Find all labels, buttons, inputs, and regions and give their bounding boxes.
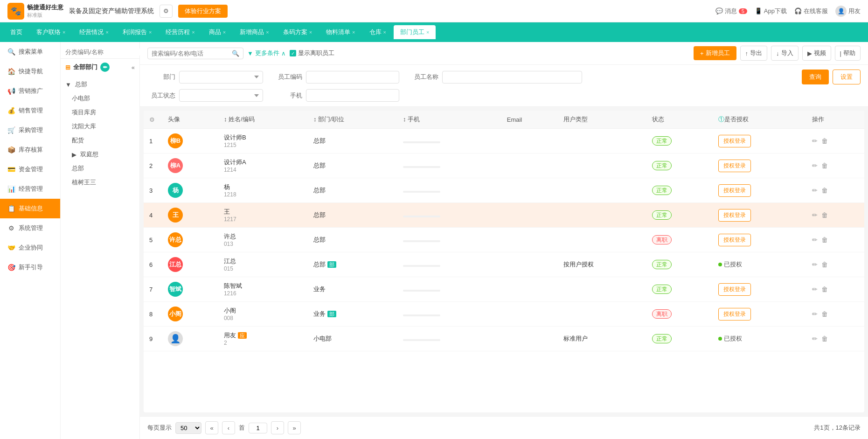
sidebar-item-quicknav[interactable]: 🏠 快捷导航 (0, 62, 60, 81)
page-size-select[interactable]: 50 100 200 (175, 422, 201, 434)
edit-icon[interactable]: ✏ (812, 187, 818, 194)
sidebar-item-collab[interactable]: 🤝 企业协同 (0, 238, 60, 258)
sidebar-item-management[interactable]: 📊 经营管理 (0, 179, 60, 199)
edit-icon[interactable]: ✏ (812, 335, 818, 342)
close-icon[interactable]: × (352, 29, 355, 35)
next-page-btn[interactable]: › (271, 421, 284, 434)
dept-node-xiaodian[interactable]: 小电部 (61, 91, 139, 105)
phone-input[interactable] (306, 89, 399, 102)
first-page-btn[interactable]: « (205, 421, 218, 434)
auth-login-btn[interactable]: 授权登录 (718, 135, 751, 147)
tab-warehouse[interactable]: 仓库× (363, 25, 393, 39)
close-icon[interactable]: × (266, 29, 269, 35)
dept-select[interactable] (179, 71, 263, 84)
tab-employees[interactable]: 部门员工× (394, 25, 436, 39)
delete-icon[interactable]: 🗑 (821, 187, 828, 194)
dept-collapse-icon[interactable]: « (132, 64, 135, 71)
last-page-btn[interactable]: » (288, 421, 301, 434)
emp-name-input[interactable] (442, 71, 582, 84)
dept-node-project[interactable]: 项目库房 (61, 105, 139, 119)
view-button[interactable]: ▶ 视频 (802, 46, 831, 61)
query-button[interactable]: 查询 (802, 70, 829, 84)
search-input[interactable] (152, 50, 230, 57)
dept-node-shuangtingxiang[interactable]: ▶ 双庭想 (61, 147, 139, 161)
online-service-action[interactable]: 🎧 在线客服 (794, 7, 828, 15)
sidebar-item-purchase[interactable]: 🛒 采购管理 (0, 120, 60, 140)
close-icon[interactable]: × (105, 29, 108, 35)
dept-node-zhishuwang[interactable]: 植树王三 (61, 175, 139, 189)
auth-login-btn[interactable]: 授权登录 (718, 184, 751, 197)
col-phone[interactable]: ↕ 手机 (397, 111, 501, 129)
dept-node-peihuo[interactable]: 配货 (61, 133, 139, 147)
delete-icon[interactable]: 🗑 (821, 162, 828, 169)
show-resigned-toggle[interactable]: ✓ 显示离职员工 (290, 49, 334, 57)
close-icon[interactable]: × (192, 29, 194, 35)
tab-operation[interactable]: 经营情况× (73, 25, 115, 39)
dept-search-input[interactable] (65, 49, 144, 56)
emp-status-select[interactable] (179, 89, 263, 102)
prev-page-btn[interactable]: ‹ (222, 421, 235, 434)
more-filter-btn[interactable]: ▼ 更多条件 ∧ (247, 49, 286, 57)
auth-login-btn[interactable]: 授权登录 (718, 283, 751, 296)
sidebar-item-marketing[interactable]: 📢 营销推广 (0, 81, 60, 101)
edit-icon[interactable]: ✏ (812, 162, 818, 169)
col-name[interactable]: ↕ 姓名/编码 (218, 111, 308, 129)
delete-icon[interactable]: 🗑 (821, 335, 828, 342)
tab-profit[interactable]: 利润报告× (116, 25, 158, 39)
sidebar-item-guide[interactable]: 🎯 新手引导 (0, 258, 60, 277)
delete-icon[interactable]: 🗑 (821, 211, 828, 219)
delete-icon[interactable]: 🗑 (821, 261, 828, 268)
edit-icon[interactable]: ✏ (812, 211, 818, 219)
tab-history[interactable]: 经营历程× (159, 25, 201, 39)
app-download-action[interactable]: 📱 App下载 (755, 7, 787, 15)
delete-icon[interactable]: 🗑 (821, 236, 828, 244)
close-icon[interactable]: × (383, 29, 386, 35)
tab-barcode[interactable]: 条码方案× (277, 25, 319, 39)
close-icon[interactable]: × (426, 29, 429, 35)
delete-icon[interactable]: 🗑 (821, 286, 828, 293)
page-input[interactable] (249, 423, 267, 433)
dept-node-zongbu[interactable]: 总部 (61, 161, 139, 175)
trial-button[interactable]: 体验行业方案 (178, 5, 228, 18)
auth-login-btn[interactable]: 授权登录 (718, 209, 751, 222)
dept-node-shenyang[interactable]: 沈阳大库 (61, 119, 139, 133)
edit-icon[interactable]: ✏ (812, 261, 818, 268)
sidebar-item-inventory[interactable]: 📦 库存核算 (0, 140, 60, 160)
delete-icon[interactable]: 🗑 (821, 137, 828, 145)
message-action[interactable]: 💬 消息 5 (715, 7, 747, 15)
help-button[interactable]: | 帮助 (835, 46, 861, 61)
tab-home[interactable]: 首页 (4, 25, 29, 39)
import-button[interactable]: ↓ 导入 (771, 46, 799, 61)
add-employee-button[interactable]: + 新增员工 (694, 46, 736, 60)
edit-icon[interactable]: ✏ (812, 137, 818, 145)
close-icon[interactable]: × (62, 29, 65, 35)
sidebar-item-basic[interactable]: 📋 基础信息 (0, 199, 60, 218)
tab-bom[interactable]: 物料清单× (319, 25, 361, 39)
col-dept[interactable]: ↕ 部门/职位 (308, 111, 397, 129)
settings-col[interactable]: ⚙ (144, 111, 162, 129)
close-icon[interactable]: × (223, 29, 226, 35)
dept-edit-icon[interactable]: ✏ (100, 63, 110, 72)
auth-login-btn[interactable]: 授权登录 (718, 160, 751, 172)
tab-new-goods[interactable]: 新增商品× (233, 25, 275, 39)
user-action[interactable]: 👤 用友 (835, 6, 861, 17)
edit-icon[interactable]: ✏ (812, 286, 818, 293)
dept-node-root[interactable]: ▼ 总部 (61, 77, 139, 91)
edit-icon[interactable]: ✏ (812, 310, 818, 318)
sidebar-item-sales[interactable]: 💰 销售管理 (0, 101, 60, 120)
close-icon[interactable]: × (309, 29, 312, 35)
sidebar-item-finance[interactable]: 💳 资金管理 (0, 160, 60, 179)
auth-login-btn[interactable]: 授权登录 (718, 308, 751, 321)
export-button[interactable]: ↑ 导出 (740, 46, 768, 61)
edit-icon[interactable]: ✏ (812, 236, 818, 244)
emp-code-input[interactable] (306, 71, 399, 84)
tab-customer[interactable]: 客户联络× (30, 25, 72, 39)
set-button[interactable]: 设置 (833, 70, 861, 84)
delete-icon[interactable]: 🗑 (821, 310, 828, 318)
close-icon[interactable]: × (149, 29, 152, 35)
auth-login-btn[interactable]: 授权登录 (718, 234, 751, 246)
sidebar-item-system[interactable]: ⚙ 系统管理 (0, 218, 60, 238)
tab-goods[interactable]: 商品× (202, 25, 232, 39)
sidebar-item-search[interactable]: 🔍 搜索菜单 (0, 42, 60, 62)
gear-button[interactable]: ⚙ (160, 5, 173, 18)
